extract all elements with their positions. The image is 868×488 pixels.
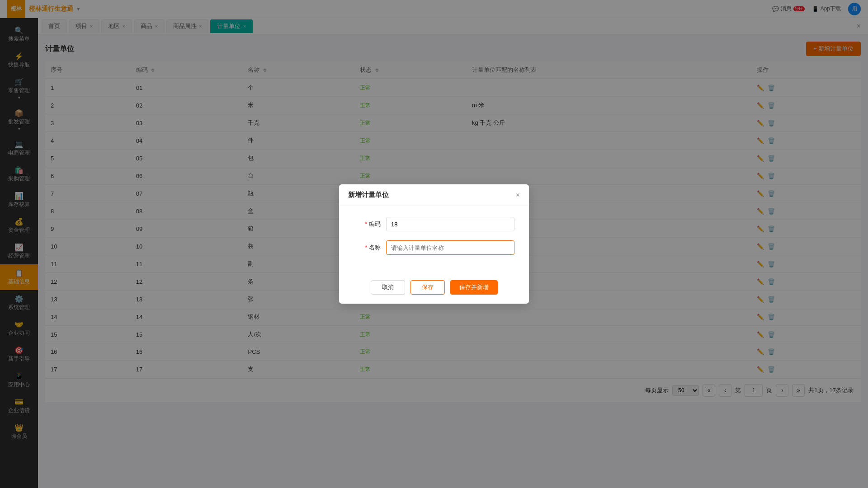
code-label: 编码 — [354, 220, 381, 228]
name-input[interactable] — [386, 240, 514, 255]
modal-footer: 取消 保存 保存并新增 — [339, 275, 529, 304]
form-row-code: 编码 — [354, 217, 514, 231]
cancel-button[interactable]: 取消 — [371, 280, 405, 295]
save-button[interactable]: 保存 — [410, 280, 445, 295]
modal-body: 编码 名称 — [339, 206, 529, 275]
name-label: 名称 — [354, 244, 381, 252]
add-unit-modal: 新增计量单位 × 编码 名称 取消 保存 保存并新增 — [339, 184, 529, 304]
form-row-name: 名称 — [354, 240, 514, 255]
code-input[interactable] — [386, 217, 514, 231]
modal-overlay: 新增计量单位 × 编码 名称 取消 保存 保存并新增 — [0, 0, 868, 488]
save-and-add-button[interactable]: 保存并新增 — [450, 280, 498, 295]
modal-close-button[interactable]: × — [516, 192, 520, 199]
modal-header: 新增计量单位 × — [339, 184, 529, 206]
modal-title: 新增计量单位 — [348, 191, 389, 199]
